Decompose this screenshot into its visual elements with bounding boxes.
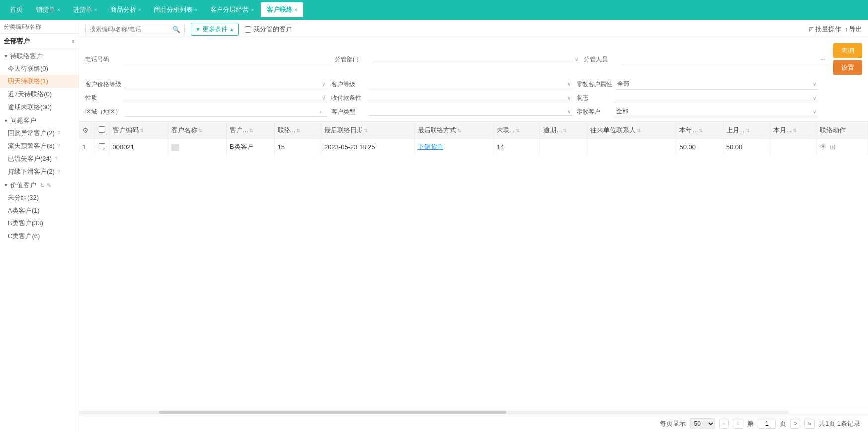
gear-icon[interactable]: ⚙ <box>82 126 89 134</box>
search-input[interactable] <box>90 26 170 33</box>
region-label: 区域（地区） <box>85 108 121 116</box>
sort-notcontact-icon[interactable]: ⇅ <box>516 128 520 133</box>
more-conditions-btn[interactable]: ▼ 更多条件 ▲ <box>191 23 239 36</box>
sort-lastmonth-icon[interactable]: ⇅ <box>746 128 750 133</box>
nav-purchase[interactable]: 进货单 × <box>67 2 103 17</box>
help-icon-4[interactable]: ? <box>57 169 60 175</box>
last-method-link[interactable]: 下销货单 <box>418 143 443 150</box>
sidebar-churn-warning[interactable]: 流失预警客户(3) ? <box>0 140 79 152</box>
group-value-customers[interactable]: ▼ 价值客户 ↻ ✎ <box>0 178 79 191</box>
next-page-btn[interactable]: > <box>790 419 800 429</box>
nav-customer-segment-close[interactable]: × <box>251 7 254 13</box>
sidebar-today-contact[interactable]: 今天待联络(0) <box>0 62 79 75</box>
payment-select[interactable]: ∨ <box>369 94 573 102</box>
nav-customer-segment[interactable]: 客户分层经营 × <box>204 2 260 17</box>
query-button[interactable]: 查询 <box>833 43 862 58</box>
export-icon: ↑ <box>845 26 848 32</box>
dept-select[interactable]: ∨ <box>372 55 580 63</box>
sort-overdue-icon[interactable]: ⇅ <box>563 128 567 133</box>
phone-label: 电话号码 <box>85 55 120 64</box>
nav-purchase-close[interactable]: × <box>94 7 97 13</box>
col-last-method: 最后联络方式 ⇅ <box>414 122 493 139</box>
sidebar-class-c[interactable]: C类客户(6) <box>0 230 79 243</box>
nav-sales[interactable]: 销货单 × <box>30 2 66 17</box>
customer-grade-select[interactable]: ∨ <box>369 80 573 88</box>
first-page-btn[interactable]: « <box>719 419 729 429</box>
nav-goods-analysis[interactable]: 商品分析 × <box>104 2 147 17</box>
sort-code-icon[interactable]: ⇅ <box>140 128 144 133</box>
page-number-input[interactable] <box>758 419 776 429</box>
person-select[interactable]: ··· <box>622 55 829 64</box>
select-all-checkbox[interactable] <box>99 126 105 133</box>
filter-row-1: 电话号码 分管部门 ∨ 分管人员 ··· <box>85 43 862 75</box>
all-customers-label: 全部客户 <box>4 37 30 46</box>
sort-method-icon[interactable]: ⇅ <box>457 128 461 133</box>
status-select[interactable]: ∨ <box>614 94 818 102</box>
customer-grade-label: 客户等级 <box>331 80 366 89</box>
sidebar-declining[interactable]: 持续下滑客户(2) ? <box>0 165 79 178</box>
eye-action-icon[interactable]: 👁 <box>820 143 827 151</box>
edit-icon[interactable]: ✎ <box>47 182 51 189</box>
region-select[interactable]: ··· <box>124 107 327 117</box>
sidebar-class-a[interactable]: A类客户(1) <box>0 204 79 217</box>
nature-select[interactable]: ∨ <box>123 94 327 102</box>
filter-row-4: 区域（地区） ··· 客户类型 ∨ 零散客户 全部 <box>85 106 862 117</box>
nav-goods-analysis-close[interactable]: × <box>138 7 141 13</box>
region-dots-icon[interactable]: ··· <box>316 108 325 115</box>
person-dots-icon[interactable]: ··· <box>818 56 827 63</box>
sort-type-icon[interactable]: ⇅ <box>249 128 253 133</box>
sidebar-overdue-contact[interactable]: 逾期未联络(30) <box>0 101 79 114</box>
nav-sales-close[interactable]: × <box>57 7 60 13</box>
sort-year-icon[interactable]: ⇅ <box>699 128 703 133</box>
nav-goods-analysis-list[interactable]: 商品分析列表 × <box>148 2 204 17</box>
page-size-select[interactable]: 10 20 50 100 <box>690 418 715 429</box>
nav-goods-list-close[interactable]: × <box>195 7 198 13</box>
last-page-btn[interactable]: » <box>804 419 815 429</box>
horizontal-scrollbar[interactable] <box>79 409 868 415</box>
prev-page-btn[interactable]: < <box>733 419 743 429</box>
sidebar-class-b[interactable]: B类客户(33) <box>0 217 79 230</box>
sidebar-tomorrow-contact[interactable]: 明天待联络(1) <box>0 75 79 88</box>
customer-type-select[interactable]: ∨ <box>369 108 573 116</box>
phone-input[interactable] <box>123 55 331 64</box>
sidebar-unclassified[interactable]: 未分组(32) <box>0 191 79 204</box>
nav-customer-contact-close[interactable]: × <box>294 7 297 13</box>
export-btn[interactable]: ↑ 导出 <box>845 25 863 34</box>
row-checkbox[interactable] <box>99 143 105 149</box>
scroll-thumb[interactable] <box>159 411 506 414</box>
filter-btn-group: 查询 设置 <box>833 43 862 75</box>
group-pending-contact[interactable]: ▼ 待联络客户 <box>0 49 79 62</box>
group-problem-customers[interactable]: ▼ 问题客户 <box>0 114 79 127</box>
settings-button[interactable]: 设置 <box>833 60 862 75</box>
my-customers-checkbox-label[interactable]: 我分管的客户 <box>245 25 292 34</box>
sort-name-icon[interactable]: ⇅ <box>198 128 202 133</box>
refresh-icon[interactable]: ↻ <box>40 182 45 189</box>
search-icon[interactable]: 🔍 <box>172 26 180 33</box>
nav-home[interactable]: 首页 <box>4 2 29 17</box>
collapse-icon[interactable]: « <box>72 38 75 45</box>
help-icon-3[interactable]: ? <box>54 156 57 162</box>
sort-person-icon[interactable]: ⇅ <box>637 128 641 133</box>
batch-operation-btn[interactable]: ☑ 批量操作 <box>809 25 841 34</box>
person-label: 分管人员 <box>584 55 619 64</box>
nav-customer-contact[interactable]: 客户联络 × <box>261 2 303 17</box>
scattered-select[interactable]: 全部 ∨ <box>614 106 818 117</box>
scattered-attr-select[interactable]: 全部 ∨ <box>615 79 818 90</box>
sort-contacts-icon[interactable]: ⇅ <box>296 128 300 133</box>
sidebar-churned[interactable]: 已流失客户(24) ? <box>0 152 79 165</box>
my-customers-checkbox[interactable] <box>245 26 251 33</box>
help-icon-2[interactable]: ? <box>57 144 60 149</box>
help-icon[interactable]: ? <box>57 131 60 136</box>
region-field: 区域（地区） ··· <box>85 107 327 117</box>
price-grade-select[interactable]: ∨ <box>124 80 327 88</box>
sidebar-repurchase-anomaly[interactable]: 回购异常客户(2) ? <box>0 127 79 140</box>
sidebar-week-contact[interactable]: 近7天待联络(0) <box>0 88 79 101</box>
filter-panel: 电话号码 分管部门 ∨ 分管人员 ··· <box>79 39 868 122</box>
grid-action-icon[interactable]: ⊞ <box>830 143 836 151</box>
sort-thismonth-icon[interactable]: ⇅ <box>793 128 796 133</box>
sort-date-icon[interactable]: ⇅ <box>364 128 368 133</box>
sidebar-search-input[interactable] <box>4 23 78 30</box>
customer-grade-arrow-icon: ∨ <box>567 81 571 87</box>
all-customers-header[interactable]: 全部客户 « <box>0 34 79 49</box>
nav-sales-label: 销货单 <box>36 5 55 14</box>
